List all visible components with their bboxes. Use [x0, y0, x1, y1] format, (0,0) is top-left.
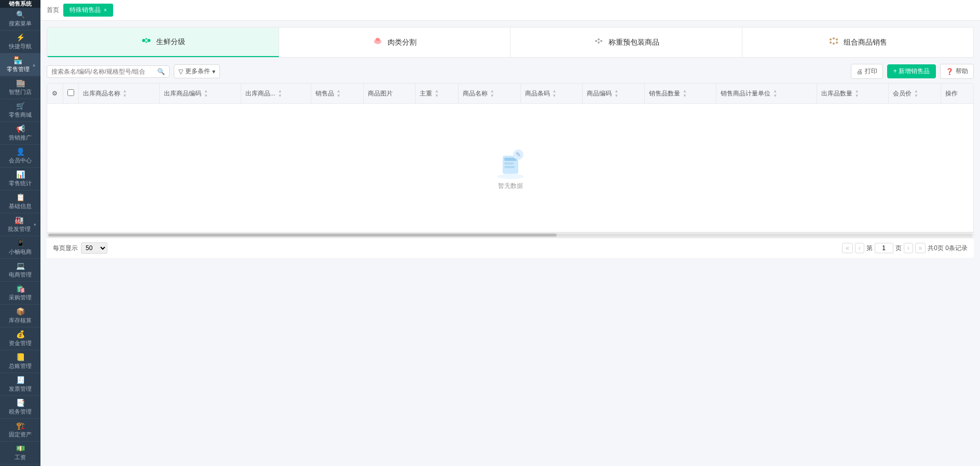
col-out-product-name[interactable]: 出库商品名称 ▲▼ — [78, 84, 160, 104]
col-weight[interactable]: 主重 ▲▼ — [416, 84, 459, 104]
active-tab[interactable]: 特殊销售品 × — [63, 4, 113, 17]
svg-point-0 — [142, 39, 145, 42]
col-out-product-more[interactable]: 出库商品... ▲▼ — [241, 84, 311, 104]
category-tab-meat-cut[interactable]: 肉类分割 — [279, 28, 511, 57]
sidebar-item-member-center[interactable]: 👤 会员中心 — [0, 145, 40, 168]
col-product-barcode[interactable]: 商品条码 ▲▼ — [520, 84, 583, 104]
sidebar-item-inventory[interactable]: 📦 库存核算 — [0, 305, 40, 327]
col-sales-product[interactable]: 销售品 ▲▼ — [311, 84, 363, 104]
ecom-mgmt-icon: 💻 — [16, 262, 25, 270]
home-tab[interactable]: 首页 — [47, 6, 59, 15]
combo-sales-label: 组合商品销售 — [844, 38, 887, 47]
col-checkbox[interactable] — [63, 84, 78, 104]
col-sales-qty[interactable]: 销售品数量 ▲▼ — [645, 84, 716, 104]
wholesale-mgmt-icon: 🏭 — [15, 216, 23, 224]
page-number-input[interactable] — [875, 243, 893, 253]
toolbar: 🔍 ▽ 更多条件 ▾ 🖨 打印 + 新增销售品 ❓ 帮助 — [47, 64, 974, 79]
fresh-grade-label: 生鲜分级 — [156, 37, 185, 47]
sidebar-item-finance[interactable]: 💰 资金管理 — [0, 327, 40, 350]
help-button[interactable]: ❓ 帮助 — [940, 64, 974, 79]
col-out-qty[interactable]: 出库品数量 ▲▼ — [817, 84, 888, 104]
table-body: ✎ 暂无数据 — [47, 104, 973, 232]
select-all-checkbox[interactable] — [67, 89, 74, 96]
pagination-right: « ‹ 第 页 › » 共0页 0条记录 — [842, 243, 968, 253]
svg-point-11 — [833, 37, 835, 39]
last-page-button[interactable]: » — [915, 243, 926, 253]
sidebar-item-ecom-mgmt[interactable]: 💻 电商管理 — [0, 259, 40, 282]
svg-point-8 — [600, 40, 602, 42]
sidebar-item-quick-nav[interactable]: ⚡ 快捷导航 — [0, 31, 40, 53]
sidebar-item-label: 库存核算 — [9, 317, 32, 324]
next-page-button[interactable]: › — [904, 243, 913, 253]
first-page-button[interactable]: « — [842, 243, 853, 253]
combo-sales-icon — [828, 35, 839, 49]
sidebar-item-retail-mall[interactable]: 🛒 零售商城 — [0, 99, 40, 122]
sidebar-item-label: 税务管理 — [9, 408, 32, 416]
sidebar-item-retail-stats[interactable]: 📊 零售统计 — [0, 168, 40, 190]
sort-icon: ▲▼ — [204, 89, 208, 98]
svg-point-5 — [376, 38, 380, 41]
sidebar-item-label: 基础信息 — [9, 202, 32, 210]
col-out-product-code[interactable]: 出库商品编码 ▲▼ — [160, 84, 241, 104]
sort-icon: ▲▼ — [914, 89, 918, 98]
add-sales-product-button[interactable]: + 新增销售品 — [887, 64, 936, 78]
sidebar-item-label: 会员中心 — [9, 157, 32, 165]
print-button[interactable]: 🖨 打印 — [851, 64, 883, 79]
col-product-code[interactable]: 商品编码 ▲▼ — [583, 84, 645, 104]
sidebar-item-smart-store[interactable]: 🏬 智慧门店 — [0, 76, 40, 99]
svg-point-13 — [830, 42, 832, 44]
category-tab-combo-sales[interactable]: 组合商品销售 — [742, 28, 974, 57]
page-size-select[interactable]: 10 20 50 100 — [81, 242, 107, 254]
svg-rect-19 — [504, 162, 514, 165]
sidebar-item-salary[interactable]: 💵 工资 — [0, 442, 40, 464]
sidebar-item-label: 零售商城 — [9, 111, 32, 119]
page-word-before: 第 — [866, 244, 873, 253]
sort-icon: ▲▼ — [553, 89, 557, 98]
pagination-left: 每页显示 10 20 50 100 — [53, 242, 107, 254]
sort-icon: ▲▼ — [123, 89, 127, 98]
sidebar-item-label: 营销推广 — [9, 134, 32, 142]
close-tab-button[interactable]: × — [104, 7, 107, 13]
sidebar-item-general-ledger[interactable]: 📒 总账管理 — [0, 350, 40, 373]
sidebar-item-fixed-assets[interactable]: 🏗️ 固定资产 — [0, 419, 40, 442]
table-header: ⚙ 出库商品名称 ▲▼ 出库 — [47, 84, 973, 104]
chevron-down-icon-2: ▾ — [34, 222, 36, 227]
sidebar-item-wholesale-mgmt[interactable]: 🏭 批发管理 ▾ — [0, 213, 40, 236]
sidebar-item-retail-mgmt[interactable]: 🏪 零售管理 ▲ — [0, 53, 40, 76]
active-tab-label: 特殊销售品 — [70, 6, 101, 15]
sidebar-item-label: 工资 — [15, 454, 26, 461]
sidebar-item-tax-mgmt[interactable]: 📑 税务管理 — [0, 396, 40, 419]
sidebar-item-basic-info-1[interactable]: 📋 基础信息 — [0, 190, 40, 213]
app-logo: 销售系统 — [0, 0, 40, 8]
invoice-mgmt-icon: 🧾 — [16, 376, 25, 384]
finance-icon: 💰 — [16, 330, 25, 338]
col-product-name[interactable]: 商品名称 ▲▼ — [458, 84, 520, 104]
printer-icon: 🖨 — [857, 68, 863, 75]
sidebar-item-mini-ecom[interactable]: 📱 小畅电商 — [0, 236, 40, 259]
filter-button[interactable]: ▽ 更多条件 ▾ — [174, 64, 220, 78]
weigh-prepack-label: 称重预包装商品 — [609, 38, 659, 47]
salary-icon: 💵 — [16, 444, 25, 453]
col-action: 操作 — [941, 84, 973, 104]
prev-page-button[interactable]: ‹ — [855, 243, 864, 253]
mini-ecom-icon: 📱 — [16, 239, 25, 247]
sidebar-item-label: 智慧门店 — [9, 88, 32, 96]
empty-illustration: ✎ — [490, 145, 531, 182]
sidebar-item-sales-promo[interactable]: 📢 营销推广 — [0, 122, 40, 145]
retail-mgmt-icon: 🏪 — [13, 56, 22, 64]
content-area: 生鲜分级 肉类分割 — [40, 21, 980, 466]
retail-mall-icon: 🛒 — [16, 102, 25, 110]
col-sales-unit[interactable]: 销售商品计量单位 ▲▼ — [716, 84, 817, 104]
sidebar-item-search-menu[interactable]: 🔍 搜索菜单 — [0, 8, 40, 31]
category-tab-fresh-grade[interactable]: 生鲜分级 — [47, 28, 279, 57]
sidebar-item-purchase-mgmt[interactable]: 🛍️ 采购管理 — [0, 282, 40, 305]
smart-store-icon: 🏬 — [16, 79, 25, 87]
sidebar-item-invoice-mgmt[interactable]: 🧾 发票管理 — [0, 373, 40, 396]
col-product-image[interactable]: 商品图片 — [364, 84, 416, 104]
horizontal-scrollbar[interactable] — [47, 232, 973, 237]
category-tab-weigh-prepack[interactable]: 称重预包装商品 — [510, 28, 742, 57]
col-settings[interactable]: ⚙ — [47, 84, 63, 104]
search-input[interactable] — [51, 68, 155, 75]
col-member-price[interactable]: 会员价 ▲▼ — [888, 84, 941, 104]
general-ledger-icon: 📒 — [16, 353, 25, 361]
